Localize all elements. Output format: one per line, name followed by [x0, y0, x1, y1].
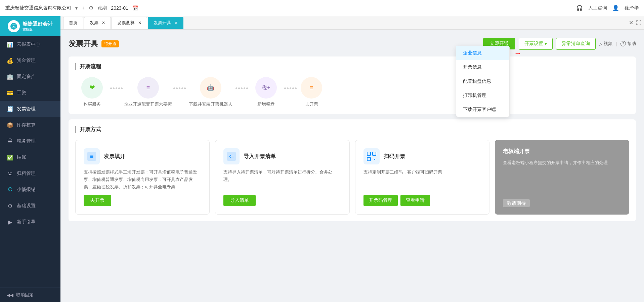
sidebar-item-guidang[interactable]: 🗂 归档管理 [0, 165, 60, 182]
sidebar-nav: 📊 云报表中心 💰 资金管理 🏢 固定资产 💳 工资 🧾 发票管理 📦 [0, 36, 60, 288]
sidebar-item-shuiwu[interactable]: 🏛 税务管理 [0, 133, 60, 149]
billing-card-boss: 老板端开票 查看老板端小程序提交的开票申请，并作出相应的处理 敬请期待 [495, 140, 629, 215]
svg-text:≡: ≡ [310, 84, 313, 91]
scan-card-button2[interactable]: 查看申请 [400, 195, 430, 206]
svg-rect-17 [373, 152, 376, 155]
settings-button[interactable]: 开票设置 ▾ [519, 38, 553, 50]
sidebar-logo: 云 畅捷通好会计 旗舰版 [0, 16, 60, 36]
scan-card-button[interactable]: 开票码管理 [363, 195, 398, 206]
svg-text:❤: ❤ [89, 84, 95, 91]
sidebar-item-label: 归档管理 [17, 171, 36, 177]
tab-close-all-button[interactable]: ✕ [629, 20, 633, 26]
sidebar-item-xinshouyindao[interactable]: ▶ 新手引导 [0, 214, 60, 230]
zijin-icon: 💰 [7, 57, 13, 64]
kucun-icon: 📦 [7, 122, 13, 128]
period-value: 2023-01 [111, 5, 128, 11]
logo-main-text: 畅捷通好会计 [23, 21, 53, 27]
svg-text:≡: ≡ [90, 153, 94, 160]
billing-card-fill: ≡ 发票填开 支持按照发票样式手工填开发票；可开具增值税电子普通发票、增值税普通… [75, 140, 210, 215]
import-card-button[interactable]: 导入清单 [223, 195, 256, 206]
sidebar-item-label: 工资 [17, 90, 26, 96]
scan-card-icon [363, 148, 380, 164]
tab-fapiao[interactable]: 发票 ✕ [84, 17, 111, 29]
user-name[interactable]: 徐泽华 [625, 5, 639, 11]
tab-fapiaokaiqu-close[interactable]: ✕ [174, 21, 178, 25]
dropdown-item-tax-config[interactable]: 配置税盘信息 [456, 74, 509, 88]
tab-fullscreen-button[interactable]: ⛶ [636, 20, 641, 26]
import-card-desc: 支持导入待开票清单，可对待开票清单进行拆分、合并处理。 [223, 168, 341, 183]
support-label[interactable]: 人工咨询 [588, 5, 607, 11]
sidebar-item-yunbao[interactable]: 📊 云报表中心 [0, 36, 60, 52]
support-icon: 🎧 [576, 5, 583, 11]
boss-card-desc: 查看老板端小程序提交的开票申请，并作出相应的处理 [503, 159, 621, 166]
dropdown-item-invoice-info[interactable]: 开票信息 [456, 60, 509, 74]
flow-step-buy-icon: ❤ [81, 77, 103, 99]
settings-dropdown-icon: ▾ [545, 41, 547, 46]
tab-fapiaokaiqu[interactable]: 发票开具 ✕ [148, 17, 183, 29]
shuiwu-icon: 🏛 [7, 138, 13, 145]
divider: | [616, 41, 617, 46]
flow-step-invoice-icon: ≡ [301, 77, 322, 99]
help-label: 帮助 [627, 41, 636, 47]
settings-button-label: 开票设置 [524, 41, 543, 47]
import-card-title: 导入开票清单 [244, 153, 276, 160]
settings-icon[interactable]: ⚙ [89, 5, 93, 11]
add-tab-button[interactable]: + [82, 5, 85, 11]
tab-fapiao-close[interactable]: ✕ [102, 21, 105, 25]
sidebar-item-label: 资金管理 [17, 58, 36, 64]
tab-fapiaocesuan[interactable]: 发票测算 ✕ [112, 17, 147, 29]
user-avatar: 👤 [612, 5, 619, 11]
sidebar-item-fapiao[interactable]: 🧾 发票管理 [0, 101, 60, 117]
sidebar-item-xiaochang[interactable]: C 小畅报销 [0, 182, 60, 198]
help-icon: ? [620, 41, 626, 46]
svg-rect-18 [367, 157, 371, 161]
tab-fapiaocesuan-label: 发票测算 [117, 20, 135, 26]
calendar-icon[interactable]: 📅 [132, 5, 138, 11]
flow-step-config-label: 企业开通配置开票六要素 [124, 101, 172, 107]
sidebar-item-jichushezhi[interactable]: ⚙ 基础设置 [0, 198, 60, 214]
help-button[interactable]: ? 帮助 [620, 41, 636, 47]
dropdown-item-printer[interactable]: 打印机管理 [456, 88, 509, 103]
pin-left-icon: ◀◀ [7, 293, 13, 298]
flow-section: 开票流程 ❤ 购买服务 [69, 56, 636, 114]
gongzi-icon: 💳 [7, 89, 13, 96]
sidebar-item-label: 库存核算 [17, 122, 36, 128]
fill-card-icon: ≡ [84, 148, 100, 164]
play-icon: ▷ [599, 41, 602, 46]
import-card-icon: ⇐ [223, 148, 240, 164]
svg-text:≡: ≡ [146, 84, 150, 91]
sidebar-item-zijin[interactable]: 💰 资金管理 [0, 52, 60, 69]
fill-card-title: 发票填开 [104, 153, 125, 160]
flow-step-download-label: 下载并安装开票机器人 [189, 101, 232, 107]
tab-fapiaokaiqu-label: 发票开具 [154, 20, 171, 26]
dropdown-item-download-client[interactable]: 下载开票客户端 [456, 103, 509, 117]
sidebar-item-gongzi[interactable]: 💳 工资 [0, 85, 60, 101]
fill-card-button[interactable]: 去开票 [84, 195, 111, 206]
dropdown-item-company-info[interactable]: 企业信息 [456, 46, 509, 60]
page-content: 发票开具 待开通 立即开通 开票设置 ▾ 异常清单查询 ▷ [60, 30, 644, 302]
sidebar-bottom-cancel[interactable]: ◀◀ 取消固定 [0, 288, 60, 302]
scan-card-desc: 支持定制开票二维码，客户端可扫码开票 [363, 168, 481, 176]
sidebar-item-label: 税务管理 [17, 138, 36, 144]
billing-card-import: ⇐ 导入开票清单 支持导入待开票清单，可对待开票清单进行拆分、合并处理。 导入清… [215, 140, 349, 215]
sidebar-item-jiezhang[interactable]: ✅ 结账 [0, 149, 60, 165]
tab-fapiao-label: 发票 [90, 20, 98, 26]
tab-fapiaocesuan-close[interactable]: ✕ [138, 21, 141, 25]
boss-card-badge: 敬请期待 [503, 199, 530, 207]
video-button[interactable]: ▷ 视频 [599, 41, 612, 47]
sidebar-item-gudingzichan[interactable]: 🏢 固定资产 [0, 69, 60, 85]
dropdown-icon[interactable]: ▾ [75, 5, 78, 11]
sidebar-item-kucun[interactable]: 📦 库存核算 [0, 117, 60, 133]
sidebar-item-label: 固定资产 [17, 74, 36, 80]
tab-home[interactable]: 首页 [63, 17, 83, 29]
anomaly-button[interactable]: 异常清单查询 [556, 38, 596, 50]
status-badge: 待开通 [101, 40, 119, 47]
sidebar-item-label: 结账 [17, 154, 26, 160]
svg-text:云: 云 [12, 24, 16, 29]
flow-step-invoice-label: 去开票 [305, 101, 318, 107]
svg-rect-16 [367, 152, 371, 155]
xiaochang-icon: C [7, 186, 13, 193]
settings-dropdown: ← 企业信息 开票信息 配置税盘信息 打印机管理 下载开票客户端 [456, 46, 510, 117]
guidang-icon: 🗂 [7, 170, 13, 177]
video-label: 视频 [604, 41, 612, 47]
